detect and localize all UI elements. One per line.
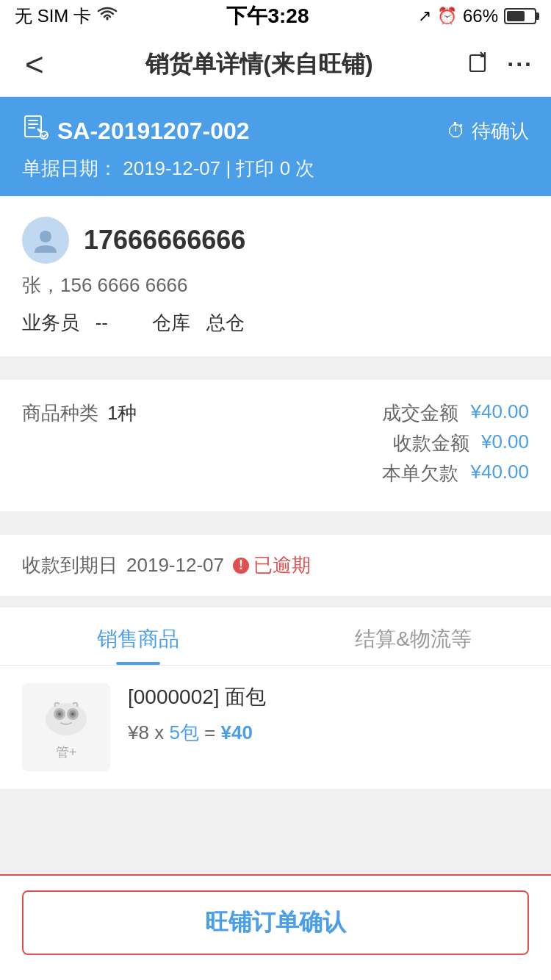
customer-phone: 17666666666 (84, 225, 245, 256)
received-label: 收款金额 (393, 430, 469, 456)
product-type-value: 1种 (107, 400, 137, 426)
tab-sales-products[interactable]: 销售商品 (0, 608, 276, 665)
svg-point-14 (71, 713, 74, 716)
divider-1 (0, 368, 551, 380)
status-text: 待确认 (472, 118, 529, 144)
tab-settlement[interactable]: 结算&物流等 (276, 608, 551, 665)
order-header: SA-20191207-002 ⏱ 待确认 单据日期： 2019-12-07 |… (0, 97, 551, 196)
svg-rect-2 (25, 116, 41, 137)
product-total: ¥40 (221, 721, 253, 743)
equals: = (204, 721, 220, 743)
more-icon[interactable]: ··· (507, 51, 533, 78)
status-bar-time: 下午3:28 (226, 2, 309, 30)
staff-label: 业务员 (22, 311, 79, 334)
product-item: 管+ [0000002] 面包 ¥8 x 5包 = ¥40 (22, 683, 529, 771)
amount-row-2: 收款金额 ¥0.00 (382, 430, 529, 456)
product-thumbnail: 管+ (22, 683, 110, 771)
amount-row-3: 本单欠款 ¥40.00 (382, 461, 529, 486)
overdue-text: 已逾期 (253, 552, 311, 578)
wifi-icon (97, 6, 118, 26)
summary-card: 商品种类 1种 成交金额 ¥40.00 收款金额 ¥0.00 本单欠款 ¥40.… (0, 380, 551, 511)
received-value: ¥0.00 (481, 430, 529, 456)
svg-rect-4 (28, 123, 38, 125)
divider-3 (0, 596, 551, 608)
status-bar-right: ↗ ⏰ 66% (418, 6, 536, 26)
staff-info: 业务员 -- (22, 310, 108, 336)
amounts-section: 成交金额 ¥40.00 收款金额 ¥0.00 本单欠款 ¥40.00 (382, 400, 529, 491)
svg-point-7 (40, 231, 51, 242)
amount-row-1: 成交金额 ¥40.00 (382, 400, 529, 426)
staff-value: -- (96, 311, 108, 334)
status-bar-left: 无 SIM 卡 (15, 4, 118, 28)
overdue-badge: ! 已逾期 (233, 552, 311, 578)
tab-sales-label: 销售商品 (97, 627, 179, 650)
customer-card: 17666666666 张，156 6666 6666 业务员 -- 仓库 总仓 (0, 196, 551, 356)
product-price: ¥8 x 5包 = ¥40 (128, 720, 529, 746)
bottom-button-container: 旺铺订单确认 (0, 874, 551, 980)
order-status: ⏱ 待确认 (447, 118, 529, 144)
location-icon: ↗ (418, 7, 431, 26)
tabs-container: 销售商品 结算&物流等 (0, 608, 551, 666)
product-list: 管+ [0000002] 面包 ¥8 x 5包 = ¥40 (0, 666, 551, 789)
product-title: 面包 (225, 685, 266, 708)
status-bar: 无 SIM 卡 下午3:28 ↗ ⏰ 66% (0, 0, 551, 32)
alarm-icon: ⏰ (437, 7, 457, 26)
date-label: 单据日期： (22, 157, 118, 179)
product-info: [0000002] 面包 ¥8 x 5包 = ¥40 (128, 683, 529, 746)
customer-meta: 业务员 -- 仓库 总仓 (22, 310, 529, 336)
confirm-order-button[interactable]: 旺铺订单确认 (22, 890, 529, 955)
page-title: 销货单详情(来自旺铺) (145, 48, 372, 81)
order-icon (22, 115, 48, 147)
product-code: [0000002] (128, 685, 220, 708)
order-date-row: 单据日期： 2019-12-07 | 打印 0 次 (22, 156, 529, 181)
svg-rect-5 (28, 127, 35, 129)
battery-icon (504, 8, 536, 24)
svg-rect-0 (470, 55, 485, 71)
svg-point-13 (58, 713, 61, 716)
due-date-label: 收款到期日 (22, 552, 118, 578)
warehouse-value: 总仓 (206, 311, 245, 334)
product-logo (40, 693, 92, 742)
due-date-card: 收款到期日 2019-12-07 ! 已逾期 (0, 535, 551, 596)
divider-2 (0, 523, 551, 535)
print-info: | 打印 0 次 (226, 157, 314, 179)
owed-label: 本单欠款 (382, 461, 458, 486)
owed-value: ¥40.00 (470, 461, 529, 486)
nav-bar: < 销货单详情(来自旺铺) ··· (0, 32, 551, 97)
due-date-value: 2019-12-07 (126, 554, 224, 577)
nav-right-actions: ··· (467, 49, 533, 79)
tab-settlement-label: 结算&物流等 (355, 627, 472, 650)
warehouse-label: 仓库 (152, 311, 190, 334)
order-number: SA-20191207-002 (22, 115, 250, 147)
avatar (22, 217, 69, 264)
warehouse-info: 仓库 总仓 (152, 310, 245, 336)
amount-value: ¥40.00 (470, 400, 529, 426)
unit-price: ¥8 x (128, 721, 169, 743)
brand-name: 管+ (56, 743, 77, 761)
svg-rect-3 (28, 120, 38, 121)
carrier-label: 无 SIM 卡 (15, 4, 91, 28)
product-name: [0000002] 面包 (128, 683, 529, 711)
battery-label: 66% (463, 6, 498, 26)
overdue-icon: ! (233, 558, 249, 574)
date-value: 2019-12-07 (123, 157, 220, 179)
share-icon[interactable] (467, 49, 492, 79)
product-type-label: 商品种类 (22, 400, 98, 426)
status-clock-icon: ⏱ (447, 120, 466, 143)
product-type-section: 商品种类 1种 (22, 400, 137, 426)
order-number-text: SA-20191207-002 (57, 118, 250, 145)
amount-label: 成交金额 (382, 400, 458, 426)
product-qty: 5包 (169, 721, 198, 743)
svg-point-8 (46, 703, 87, 735)
customer-name: 张，156 6666 6666 (22, 273, 529, 298)
back-button[interactable]: < (18, 39, 51, 90)
